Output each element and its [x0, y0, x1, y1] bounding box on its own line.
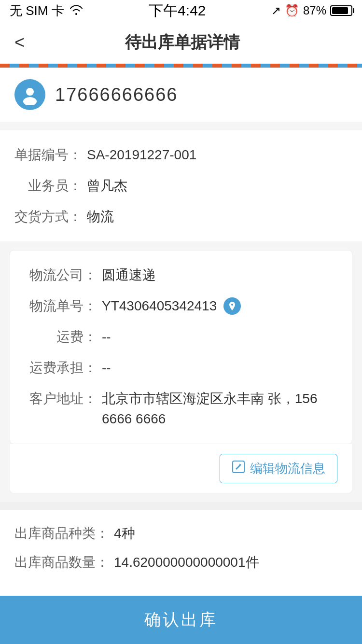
back-button[interactable]: < [14, 32, 34, 53]
battery-icon [330, 5, 352, 16]
document-number-row: 单据编号： SA-20191227-001 [14, 145, 348, 165]
goods-types-value: 4种 [109, 524, 135, 543]
delivery-method-value: 物流 [82, 207, 348, 227]
tracking-location-icon[interactable] [223, 297, 241, 315]
customer-phone: 17666666666 [55, 84, 178, 105]
alarm-icon: ⏰ [285, 4, 299, 17]
svg-point-1 [23, 97, 37, 105]
goods-quantity-label: 出库商品数量： [14, 553, 109, 572]
goods-section: 出库商品种类： 4种 出库商品数量： 14.620000000000001件 [0, 510, 362, 586]
document-number-label: 单据编号： [14, 145, 82, 165]
goods-quantity-value: 14.620000000000001件 [109, 553, 259, 572]
svg-point-0 [26, 88, 34, 96]
sales-person-value: 曾凡杰 [82, 176, 348, 196]
freight-bearer-label: 运费承担： [25, 358, 97, 378]
order-info-section: 单据编号： SA-20191227-001 业务员： 曾凡杰 交货方式： 物流 [0, 130, 362, 241]
sales-person-label: 业务员： [14, 176, 82, 196]
logistics-company-row: 物流公司： 圆通速递 [25, 265, 337, 285]
location-status-icon: ↗ [271, 4, 281, 17]
freight-bearer-value: -- [97, 358, 337, 378]
wifi-icon [69, 3, 84, 18]
address-row: 客户地址： 北京市市辖区海淀区永丰南 张，156 6666 6666 [25, 389, 337, 429]
decorative-border [0, 64, 362, 68]
map-pin-icon [227, 301, 237, 311]
status-left: 无 SIM 卡 [10, 2, 84, 19]
document-number-value: SA-20191227-001 [82, 145, 348, 165]
tracking-number-row: 物流单号： YT4306405342413 [25, 296, 337, 316]
section-divider [0, 502, 362, 510]
carrier-text: 无 SIM 卡 [10, 2, 64, 19]
goods-quantity-row: 出库商品数量： 14.620000000000001件 [14, 553, 348, 572]
logistics-company-value: 圆通速递 [97, 265, 337, 285]
logistics-company-label: 物流公司： [25, 265, 97, 285]
edit-icon [232, 460, 245, 477]
nav-bar: < 待出库单据详情 [0, 21, 362, 64]
logistics-section: 物流公司： 圆通速递 物流单号： YT4306405342413 运费： -- … [10, 250, 352, 444]
address-label: 客户地址： [25, 389, 97, 409]
goods-types-label: 出库商品种类： [14, 524, 109, 543]
confirm-text: 确认出库 [144, 609, 218, 631]
battery-percent: 87% [303, 4, 326, 17]
address-value: 北京市市辖区海淀区永丰南 张，156 6666 6666 [97, 389, 337, 429]
tracking-number-text: YT4306405342413 [102, 296, 217, 316]
edit-logistics-button[interactable]: 编辑物流信息 [220, 454, 337, 483]
user-icon [19, 84, 41, 105]
freight-value: -- [97, 327, 337, 347]
status-right: ↗ ⏰ 87% [271, 4, 352, 17]
freight-label: 运费： [25, 327, 97, 347]
status-time: 下午4:42 [149, 1, 206, 21]
edit-button-area: 编辑物流信息 [10, 444, 352, 493]
tracking-number-label: 物流单号： [25, 296, 97, 316]
delivery-method-label: 交货方式： [14, 207, 82, 227]
tracking-number-value-container: YT4306405342413 [97, 296, 337, 316]
freight-bearer-row: 运费承担： -- [25, 358, 337, 378]
sales-person-row: 业务员： 曾凡杰 [14, 176, 348, 196]
avatar [14, 79, 45, 110]
goods-types-row: 出库商品种类： 4种 [14, 524, 348, 543]
edit-logistics-label: 编辑物流信息 [250, 460, 325, 477]
freight-row: 运费： -- [25, 327, 337, 347]
delivery-method-row: 交货方式： 物流 [14, 207, 348, 227]
customer-header: 17666666666 [0, 68, 362, 122]
confirm-button[interactable]: 确认出库 [0, 596, 362, 644]
status-bar: 无 SIM 卡 下午4:42 ↗ ⏰ 87% [0, 0, 362, 21]
page-title: 待出库单据详情 [34, 31, 330, 54]
